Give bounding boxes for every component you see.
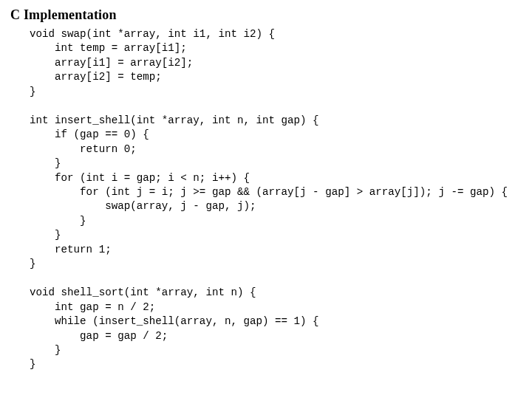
code-listing: void swap(int *array, int i1, int i2) { … [30,27,522,372]
document-page: C Implementation void swap(int *array, i… [0,0,532,372]
section-heading: C Implementation [10,7,522,23]
